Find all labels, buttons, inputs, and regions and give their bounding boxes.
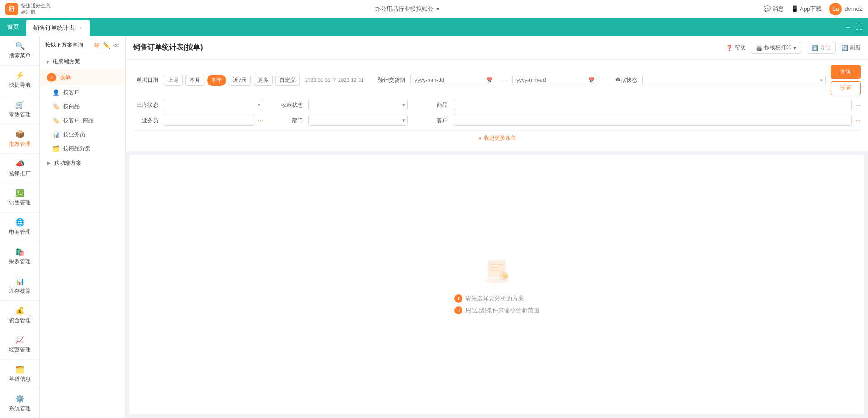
scheme-goods[interactable]: 🏷️ 按商品 <box>40 100 125 114</box>
date-range-text: 2023-01-01 至 2023-12-31 <box>305 77 364 84</box>
sidebar-item-finance[interactable]: 💰 资金管理 <box>0 301 39 330</box>
date-label: 单据日期 <box>133 76 158 84</box>
scheme-customer[interactable]: 👤 按客户 <box>40 86 125 100</box>
customer-input[interactable] <box>453 115 852 126</box>
mobile-icon: 📱 <box>791 5 798 12</box>
svg-rect-2 <box>491 264 503 265</box>
empty-illustration: 😊 <box>479 251 515 287</box>
inventory-icon: 📊 <box>15 277 24 285</box>
chevron-down-icon[interactable]: ▾ <box>436 5 439 12</box>
payment-status-label: 收款状态 <box>278 101 303 109</box>
box-icon: 📦 <box>15 130 24 138</box>
add-scheme-btn[interactable]: ⊕ <box>94 41 100 49</box>
goods-label: 商品 <box>422 101 448 109</box>
filter-row-3: 业务员 ··· 部门 客户 ··· <box>133 115 861 126</box>
sidebar-item-search[interactable]: 🔍 搜索菜单 <box>0 36 39 66</box>
tab-sales-order[interactable]: 销售订单统计表 × <box>26 20 90 36</box>
gear-icon: ⚙️ <box>15 394 24 403</box>
content-area: 按以下方案查询 ⊕ ✏️ ≪ ▼ 电脑端方案 ✓ 按单 👤 按客户 🏷️ <box>40 36 868 418</box>
edit-scheme-btn[interactable]: ✏️ <box>103 42 110 49</box>
collapse-btn[interactable]: ∧ 收起更多条件 <box>133 130 861 146</box>
scheme-order[interactable]: ✓ 按单 <box>40 69 125 86</box>
sidebar-item-purchase[interactable]: 🛍️ 采购管理 <box>0 242 39 271</box>
bag-icon: 🛍️ <box>15 247 24 256</box>
sidebar-item-system[interactable]: ⚙️ 系统管理 <box>0 389 39 418</box>
sidebar-item-ecom[interactable]: 🌐 电商管理 <box>0 213 39 242</box>
query-button[interactable]: 查询 <box>831 65 861 79</box>
date-end-input[interactable] <box>512 75 597 86</box>
username: demo2 <box>844 5 863 12</box>
goods-input[interactable] <box>453 100 852 110</box>
sidebar-item-wholesale[interactable]: 📦 批发管理 <box>0 124 39 154</box>
sidebar-item-basic[interactable]: 🗂️ 基础信息 <box>0 360 39 389</box>
date-btn-last-month[interactable]: 上月 <box>164 75 183 86</box>
pc-section-header[interactable]: ▼ 电脑端方案 <box>40 54 125 69</box>
sidebar-item-sales[interactable]: 💹 销售管理 <box>0 183 39 213</box>
date-btn-7days[interactable]: 近7天 <box>229 75 251 86</box>
date-btn-more[interactable]: 更多 <box>254 75 273 86</box>
maximize-icon[interactable]: ⛶ <box>855 23 863 31</box>
help-btn[interactable]: ❓ 帮助 <box>726 44 745 52</box>
salesman-ellipsis-btn[interactable]: ··· <box>258 117 263 124</box>
chat-icon: 💬 <box>764 5 771 12</box>
app-download-btn[interactable]: 📱 App下载 <box>791 5 822 13</box>
date-start-input[interactable] <box>410 75 495 86</box>
megaphone-icon: 📣 <box>15 159 24 168</box>
sidebar-item-marketing[interactable]: 📣 营销推广 <box>0 154 39 183</box>
page-actions: ❓ 帮助 🖨️ 按模板打印 ▾ ⬇️ 导出 � <box>726 42 861 54</box>
empty-tips: 1 请先选择要分析的方案 2 用[过滤]条件来缩小分析范围 <box>454 294 539 318</box>
user-area[interactable]: Ea demo2 <box>829 3 863 15</box>
date-start-wrap <box>410 75 495 86</box>
left-panel: 按以下方案查询 ⊕ ✏️ ≪ ▼ 电脑端方案 ✓ 按单 👤 按客户 🏷️ <box>40 36 126 418</box>
mobile-section-label: 移动端方案 <box>54 159 81 167</box>
sidebar-item-quick[interactable]: ⚡ 快捷导航 <box>0 66 39 95</box>
ship-status-label: 出库状态 <box>133 101 158 109</box>
collapse-panel-btn[interactable]: ≪ <box>113 42 120 49</box>
company-selector[interactable]: 办公用品行业模拟账套 ▾ <box>375 5 439 13</box>
scheme-salesman[interactable]: 📊 按业务员 <box>40 128 125 142</box>
minimize-icon[interactable]: － <box>844 23 852 32</box>
customer-label: 客户 <box>422 117 448 124</box>
payment-status-select-wrap <box>308 100 408 110</box>
pc-section-label: 电脑端方案 <box>53 58 80 66</box>
ship-status-select[interactable] <box>164 100 263 110</box>
sidebar-item-inventory[interactable]: 📊 库存核算 <box>0 271 39 301</box>
logo-icon: 好 <box>5 3 18 15</box>
logo-text: 畅捷通好生意 标准版 <box>21 2 51 15</box>
sidebar-item-retail[interactable]: 🛒 零售管理 <box>0 95 39 124</box>
refresh-btn[interactable]: 🔄 刷新 <box>841 44 861 52</box>
payment-status-select[interactable] <box>308 100 408 110</box>
messages-btn[interactable]: 💬 消息 <box>764 5 784 13</box>
tab-bar: 首页 销售订单统计表 × － ⛶ <box>0 18 868 36</box>
print-btn[interactable]: 🖨️ 按模板打印 ▾ <box>751 42 801 54</box>
svg-rect-4 <box>491 270 501 271</box>
tab-close-btn[interactable]: × <box>79 25 82 31</box>
order-status-select[interactable] <box>642 75 826 86</box>
chevron-right-icon: ▶ <box>47 160 51 166</box>
filter-area: 单据日期 上月 本月 本年 近7天 更多 自定义 2023-01-01 至 20… <box>126 60 868 151</box>
date-btn-custom[interactable]: 自定义 <box>275 75 300 86</box>
scheme-customer-goods[interactable]: 🏷️ 按客户+商品 <box>40 114 125 128</box>
page-title-row: 销售订单统计表(按单) ❓ 帮助 🖨️ 按模板打印 ▾ ⬇️ <box>133 42 861 54</box>
customer-ellipsis-btn[interactable]: ··· <box>855 117 861 124</box>
department-select[interactable] <box>308 115 408 126</box>
reset-button[interactable]: 设置 <box>831 81 861 95</box>
sidebar-item-operations[interactable]: 📈 经营管理 <box>0 330 39 360</box>
ship-status-select-wrap <box>164 100 263 110</box>
top-bar-right: 💬 消息 📱 App下载 Ea demo2 <box>764 3 863 15</box>
chevron-down-icon: ▼ <box>45 59 50 65</box>
folder-icon: 🗂️ <box>15 365 24 374</box>
scheme-category[interactable]: 🗂️ 按商品分类 <box>40 142 125 156</box>
action-group: 查询 设置 <box>831 65 861 95</box>
export-btn[interactable]: ⬇️ 导出 <box>807 42 836 54</box>
salesman-input[interactable] <box>164 115 254 126</box>
date-btn-this-month[interactable]: 本月 <box>185 75 204 86</box>
goods-ellipsis-btn[interactable]: ··· <box>855 101 861 109</box>
customer-goods-icon: 🏷️ <box>52 117 60 124</box>
question-icon: ❓ <box>726 45 733 51</box>
tab-home[interactable]: 首页 <box>0 18 26 36</box>
mobile-section[interactable]: ▶ 移动端方案 <box>40 156 125 171</box>
date-end-wrap <box>512 75 597 86</box>
date-btn-this-year[interactable]: 本年 <box>207 75 226 86</box>
goods-icon: 🏷️ <box>52 103 60 110</box>
